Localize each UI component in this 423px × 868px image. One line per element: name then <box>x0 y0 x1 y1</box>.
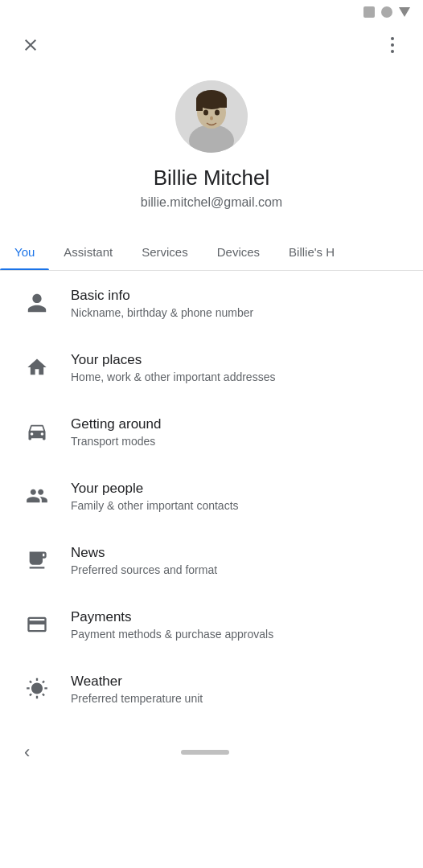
menu-title-your-people: Your people <box>71 481 404 497</box>
svg-point-7 <box>215 110 220 116</box>
person-icon <box>19 285 55 321</box>
menu-item-weather[interactable]: Weather Preferred temperature unit <box>0 657 423 721</box>
menu-text-basic-info: Basic info Nickname, birthday & phone nu… <box>71 288 404 319</box>
menu-item-your-people[interactable]: Your people Family & other important con… <box>0 464 423 528</box>
tab-services[interactable]: Services <box>127 234 203 270</box>
tabs-container: You Assistant Services Devices Billie's … <box>0 234 423 271</box>
menu-title-weather: Weather <box>71 674 404 690</box>
svg-point-6 <box>203 110 208 116</box>
menu-title-news: News <box>71 545 404 561</box>
menu-subtitle-weather: Preferred temperature unit <box>71 692 404 705</box>
menu-subtitle-payments: Payment methods & purchase approvals <box>71 628 404 641</box>
menu-title-basic-info: Basic info <box>71 288 404 304</box>
menu-title-payments: Payments <box>71 609 404 625</box>
menu-text-your-places: Your places Home, work & other important… <box>71 352 404 383</box>
bottom-nav: ‹ <box>0 729 423 776</box>
top-bar <box>0 24 423 72</box>
status-bar <box>0 0 423 24</box>
status-icon-signal <box>399 7 410 17</box>
status-icon-square <box>363 6 375 18</box>
menu-subtitle-basic-info: Nickname, birthday & phone number <box>71 306 404 319</box>
status-icon-circle <box>381 6 392 18</box>
people-icon <box>19 478 55 514</box>
tab-devices[interactable]: Devices <box>203 234 274 270</box>
more-options-button[interactable] <box>378 31 407 59</box>
news-icon <box>19 542 55 578</box>
menu-item-payments[interactable]: Payments Payment methods & purchase appr… <box>0 592 423 657</box>
dot <box>391 43 394 47</box>
menu-text-your-people: Your people Family & other important con… <box>71 481 404 512</box>
close-button[interactable] <box>16 31 45 59</box>
back-button[interactable]: ‹ <box>24 742 30 763</box>
menu-subtitle-your-places: Home, work & other important addresses <box>71 371 404 383</box>
profile-email: billie.mitchel@gmail.com <box>141 195 282 210</box>
profile-name: Billie Mitchel <box>154 166 270 190</box>
menu-title-your-places: Your places <box>71 352 404 368</box>
menu-subtitle-your-people: Family & other important contacts <box>71 499 404 512</box>
tab-assistant[interactable]: Assistant <box>49 234 127 270</box>
menu-item-basic-info[interactable]: Basic info Nickname, birthday & phone nu… <box>0 271 423 335</box>
profile-section: Billie Mitchel billie.mitchel@gmail.com <box>0 72 423 226</box>
avatar-image <box>175 80 248 153</box>
menu-subtitle-news: Preferred sources and format <box>71 563 404 576</box>
menu-title-getting-around: Getting around <box>71 416 404 432</box>
payments-icon <box>19 607 55 642</box>
dot <box>391 50 394 53</box>
menu-item-news[interactable]: News Preferred sources and format <box>0 528 423 592</box>
menu-item-getting-around[interactable]: Getting around Transport modes <box>0 399 423 464</box>
menu-subtitle-getting-around: Transport modes <box>71 435 404 448</box>
weather-icon <box>19 671 55 706</box>
tab-you[interactable]: You <box>0 234 49 270</box>
tab-billies-h[interactable]: Billie's H <box>274 234 349 270</box>
menu-text-news: News Preferred sources and format <box>71 545 404 576</box>
menu-text-weather: Weather Preferred temperature unit <box>71 674 404 705</box>
svg-rect-5 <box>220 100 227 108</box>
close-icon <box>21 35 40 55</box>
dot <box>391 37 394 40</box>
home-icon <box>19 350 55 385</box>
menu-list: Basic info Nickname, birthday & phone nu… <box>0 271 423 721</box>
svg-rect-4 <box>196 100 203 111</box>
car-icon <box>19 414 55 449</box>
menu-text-getting-around: Getting around Transport modes <box>71 416 404 448</box>
menu-item-your-places[interactable]: Your places Home, work & other important… <box>0 335 423 399</box>
svg-point-8 <box>210 117 213 121</box>
menu-text-payments: Payments Payment methods & purchase appr… <box>71 609 404 641</box>
avatar <box>175 80 248 153</box>
nav-pill <box>181 750 229 755</box>
